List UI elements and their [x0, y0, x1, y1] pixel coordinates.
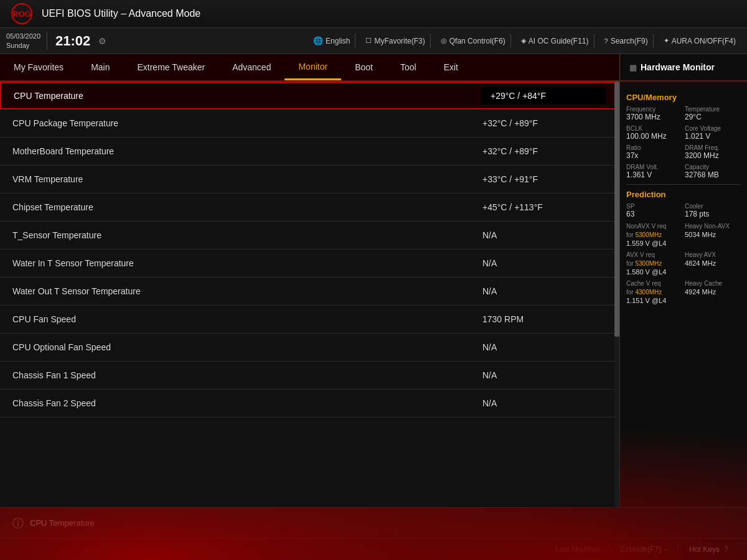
avx-type: Heavy AVX [685, 251, 741, 259]
nonavx-prediction: NonAVX V req for 5300MHz 1.559 V @L4 Hea… [626, 222, 741, 247]
toolbar-myfavorite[interactable]: ☐ MyFavorite(F3) [360, 34, 430, 48]
sensor-row[interactable]: CPU Optional Fan SpeedN/A [0, 334, 619, 362]
nav-exit-label: Exit [444, 62, 458, 72]
sensor-row[interactable]: T_Sensor TemperatureN/A [0, 222, 619, 250]
aura-label: AURA ON/OFF(F4) [672, 37, 736, 45]
hot-keys-btn[interactable]: Hot Keys ? [680, 543, 738, 556]
sensor-value: N/A [482, 370, 607, 380]
bookmark-icon: ☐ [365, 37, 372, 45]
sensor-value: +45°C / +113°F [482, 202, 607, 212]
search-icon: ? [604, 37, 608, 45]
nav-main[interactable]: Main [77, 54, 123, 80]
nav-tool[interactable]: Tool [387, 54, 430, 80]
dram-freq-label: DRAM Freq. [685, 144, 741, 151]
status-bar: ⓘ CPU Temperature [0, 507, 747, 538]
sensor-value: +33°C / +91°F [482, 174, 607, 184]
nav-advanced[interactable]: Advanced [218, 54, 284, 80]
sensor-row[interactable]: CPU Temperature+29°C / +84°F [0, 82, 619, 110]
nav-boot[interactable]: Boot [341, 54, 387, 80]
sensor-name: MotherBoard Temperature [12, 146, 482, 156]
frequency-value: 3700 MHz [626, 113, 682, 121]
capacity-value: 32768 MB [685, 170, 741, 179]
sensor-row[interactable]: Water In T Sensor TemperatureN/A [0, 250, 619, 278]
toolbar-search[interactable]: ? Search(F9) [599, 34, 654, 48]
search-label: Search(F9) [611, 37, 648, 45]
dram-volt-label: DRAM Volt. [626, 164, 682, 170]
avx-mhz: 4824 MHz [685, 259, 741, 267]
nav-exit[interactable]: Exit [430, 54, 472, 80]
sensor-name: T_Sensor Temperature [12, 230, 482, 240]
sensor-value: N/A [482, 342, 607, 352]
toolbar-aura[interactable]: ✦ AURA ON/OFF(F4) [659, 34, 741, 48]
sensor-row[interactable]: Chassis Fan 1 SpeedN/A [0, 362, 619, 390]
globe-icon: 🌐 [313, 36, 323, 45]
sensor-row[interactable]: Chipset Temperature+45°C / +113°F [0, 194, 619, 222]
toolbar-time: 21:02 [52, 33, 93, 49]
temperature-label: Temperature [685, 106, 741, 113]
last-modified-btn[interactable]: Last Modified [546, 543, 609, 556]
nav-monitor[interactable]: Monitor [284, 54, 341, 80]
nav-tweaker[interactable]: Extreme Tweaker [123, 54, 218, 80]
cache-mhz: 4924 MHz [685, 288, 741, 296]
cache-volt: 1.151 V @L4 [626, 297, 682, 304]
toolbar-language[interactable]: 🌐 English [308, 34, 355, 48]
bclk-stat: BCLK 100.00 MHz [626, 125, 682, 141]
frequency-label: Frequency [626, 106, 682, 113]
toolbar: 05/03/2020 Sunday 21:02 ⚙ 🌐 English ☐ My… [0, 28, 747, 54]
sensor-row[interactable]: VRM Temperature+33°C / +91°F [0, 166, 619, 194]
nav-bar: My Favorites Main Extreme Tweaker Advanc… [0, 54, 747, 82]
cpu-memory-title: CPU/Memory [626, 93, 741, 102]
sensor-row[interactable]: CPU Fan Speed1730 RPM [0, 306, 619, 334]
right-panel-header: ▦ Hardware Monitor [619, 54, 747, 80]
table-container: CPU Temperature+29°C / +84°FCPU Package … [0, 82, 619, 507]
hotkeys-icon: ? [724, 545, 728, 554]
core-voltage-label: Core Voltage [685, 125, 741, 132]
qfan-label: Qfan Control(F6) [449, 37, 505, 45]
cooler-value: 178 pts [685, 210, 741, 218]
info-icon: ⓘ [12, 516, 24, 531]
nav-boot-label: Boot [355, 62, 373, 72]
bclk-label: BCLK [626, 125, 682, 132]
header-title: UEFI BIOS Utility – Advanced Mode [42, 8, 738, 19]
cooler-stat: Cooler 178 pts [685, 203, 741, 218]
panel-divider [626, 184, 741, 185]
sensor-value: N/A [482, 398, 607, 408]
toolbar-qfan[interactable]: ◎ Qfan Control(F6) [436, 34, 511, 48]
temperature-stat: Temperature 29°C [685, 106, 741, 121]
scrollbar[interactable] [614, 82, 619, 507]
panel-title: Hardware Monitor [641, 62, 715, 72]
sensor-row[interactable]: Chassis Fan 2 SpeedN/A [0, 390, 619, 418]
core-voltage-value: 1.021 V [685, 132, 741, 141]
sensor-value: N/A [482, 286, 607, 296]
ezmode-btn[interactable]: EzMode(F7)→ [611, 543, 679, 556]
settings-icon[interactable]: ⚙ [98, 36, 106, 46]
avx-volt: 1.580 V @L4 [626, 268, 682, 276]
sensor-value: N/A [482, 230, 607, 240]
sensor-row[interactable]: MotherBoard Temperature+32°C / +89°F [0, 138, 619, 166]
bclk-value: 100.00 MHz [626, 132, 682, 141]
nav-favorites[interactable]: My Favorites [0, 54, 77, 80]
dram-freq-stat: DRAM Freq. 3200 MHz [685, 144, 741, 160]
sensor-name: Water Out T Sensor Temperature [12, 286, 482, 296]
scrollbar-thumb[interactable] [614, 82, 619, 337]
sensor-row[interactable]: Water Out T Sensor TemperatureN/A [0, 278, 619, 306]
toolbar-aioc[interactable]: ◈ AI OC Guide(F11) [516, 34, 594, 48]
nav-monitor-label: Monitor [298, 62, 327, 72]
status-text: CPU Temperature [30, 518, 95, 528]
cpu-memory-grid: Frequency 3700 MHz Temperature 29°C BCLK… [626, 106, 741, 179]
sensor-value: +29°C / +84°F [481, 87, 606, 105]
ratio-value: 37x [626, 151, 682, 160]
sp-label: SP [626, 203, 682, 210]
sensor-name: Chassis Fan 1 Speed [12, 370, 482, 380]
fan-icon: ◎ [441, 37, 447, 45]
capacity-stat: Capacity 32768 MB [685, 164, 741, 179]
sensor-row[interactable]: CPU Package Temperature+32°C / +89°F [0, 110, 619, 138]
nonavx-label: NonAVX V req for 5300MHz [626, 222, 682, 240]
ratio-stat: Ratio 37x [626, 144, 682, 160]
dram-volt-value: 1.361 V [626, 170, 682, 179]
sensor-value: 1730 RPM [482, 314, 607, 324]
ratio-label: Ratio [626, 144, 682, 151]
avx-label: AVX V req for 5300MHz [626, 251, 682, 268]
aura-icon: ✦ [664, 37, 669, 45]
nav-main-label: Main [91, 62, 110, 72]
